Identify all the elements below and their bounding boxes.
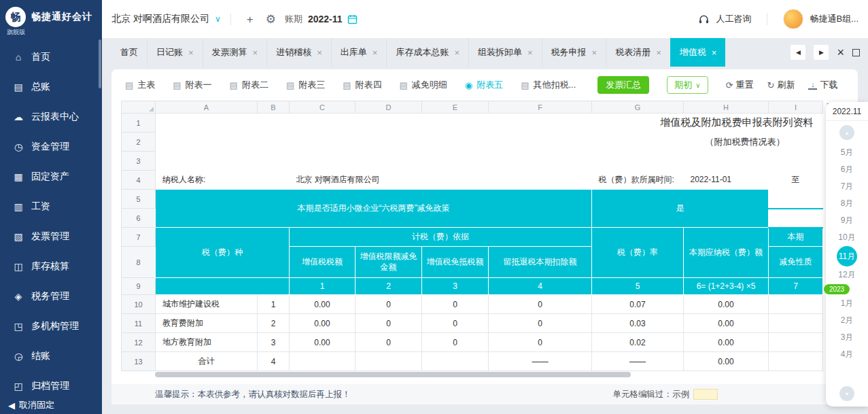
close-tab-icon[interactable]: × [188,48,194,57]
company-selector[interactable]: 北京 对啊酒店有限公司 [111,13,209,25]
col-header-c[interactable]: C [290,101,355,114]
cell-tax-name[interactable]: 城市维护建设税 [156,295,258,314]
row-number[interactable]: 3 [122,152,156,171]
month-item-may[interactable]: 5月 [841,144,854,161]
refresh-button[interactable]: ↻ 刷新 [767,79,795,91]
subtab-schedule-3[interactable]: ▤ 附表三 [286,79,325,91]
horizontal-scrollbar[interactable] [155,372,631,377]
row-number[interactable]: 12 [122,333,156,352]
subtab-main-table[interactable]: ▤ 主表 [125,79,155,91]
close-tab-icon[interactable]: × [656,48,661,57]
cell[interactable] [769,295,823,314]
row-number[interactable]: 10 [122,295,156,314]
scroll-down-icon[interactable]: ▼ [839,386,854,401]
subtab-schedule-5-active[interactable]: ◉ 附表五 [465,79,503,91]
month-item-november-active[interactable]: 11月 [837,246,857,266]
sidebar-item-home[interactable]: ⌂ 首页 [0,42,102,72]
tab-outbound-order[interactable]: 出库单 × [331,38,387,67]
download-button[interactable]: ↓ 下载 [808,79,837,91]
row-number[interactable]: 1 [122,114,156,133]
cell[interactable]: 0.00 [684,352,769,371]
month-item-july[interactable]: 7月 [841,178,854,195]
col-header-a[interactable]: A [156,101,258,114]
cell-tax-name[interactable]: 地方教育附加 [156,333,258,352]
fullscreen-icon[interactable] [852,49,860,56]
month-item-august[interactable]: 8月 [841,195,854,212]
cell[interactable] [769,333,823,352]
sidebar-scrollbar[interactable] [99,39,101,88]
cell[interactable]: 3 [258,333,290,352]
subtab-schedule-1[interactable]: ▤ 附表一 [173,79,211,91]
sheet-subtitle[interactable]: （附加税费情况表） [156,133,823,152]
row-number[interactable]: 8 [122,247,156,278]
cell[interactable] [769,352,823,371]
col-header-h[interactable]: H [684,101,769,114]
tab-assembly-order[interactable]: 组装拆卸单 × [468,38,542,67]
scroll-tabs-left-button[interactable]: ◀ [791,45,805,60]
sidebar-item-archive[interactable]: ◰ 归档管理 [0,371,102,401]
sidebar-item-invoice[interactable]: ▧ 发票管理 [0,222,102,252]
sidebar-item-cloud-reports[interactable]: ☁ 云报表中心 [0,102,102,132]
cell[interactable]: 0 [355,314,422,333]
cell[interactable] [769,209,823,228]
close-tab-icon[interactable]: × [454,48,459,57]
sidebar-item-funds[interactable]: ◷ 资金管理 [0,132,102,162]
close-tab-icon[interactable]: × [372,48,378,57]
cell[interactable]: 1 [258,295,290,314]
month-item-february[interactable]: 2月 [841,312,854,329]
year-badge[interactable]: 2023 [824,284,850,294]
cell[interactable] [156,152,823,171]
select-all-corner[interactable] [122,101,156,114]
row-number[interactable]: 4 [122,171,156,190]
cell[interactable] [489,171,592,190]
month-item-october[interactable]: 10月 [838,229,855,246]
row-number[interactable]: 7 [122,228,156,247]
headset-icon[interactable] [698,14,710,25]
cell[interactable] [769,190,823,209]
cell[interactable]: 0.00 [290,295,355,314]
cell[interactable]: 0.07 [592,295,684,314]
unpin-sidebar-button[interactable]: ◀ 取消固定 [8,399,54,411]
cell[interactable]: 4 [258,352,290,371]
tax-period-label-cell[interactable]: 税（费）款所属时间: [592,171,684,190]
tab-vat-active[interactable]: 增值税 × [670,38,726,67]
close-tab-icon[interactable]: × [317,48,322,57]
avatar[interactable] [783,9,803,29]
cell[interactable]: 2 [258,314,290,333]
sidebar-item-fixed-assets[interactable]: ▦ 固定资产 [0,162,102,192]
cell[interactable]: 0.00 [684,314,769,333]
tax-period-start-cell[interactable]: 2022-11-01 [684,171,769,190]
cell[interactable]: —— [489,352,592,371]
cell[interactable]: 0 [422,295,489,314]
month-item-december[interactable]: 12月 [838,266,855,283]
cell[interactable]: 0.02 [592,333,684,352]
policy-question-cell[interactable]: 本期是否适用小微企业“六税两费”减免政策 [156,190,592,228]
month-item-september[interactable]: 9月 [841,212,854,229]
user-menu[interactable]: 畅捷通B组... [810,13,858,25]
close-tab-icon[interactable]: × [253,48,258,57]
scroll-up-icon[interactable]: ▲ [839,125,854,140]
row-number[interactable]: 13 [122,352,156,371]
cell[interactable]: 0.00 [684,333,769,352]
reset-button[interactable]: ⟳ 重置 [726,79,754,91]
tax-period-to-cell[interactable]: 至 [769,171,823,190]
cell[interactable]: 0 [355,333,422,352]
cell[interactable] [290,352,355,371]
policy-answer-cell[interactable]: 是 [592,190,769,228]
cell[interactable]: 0 [489,333,592,352]
tab-tax-register[interactable]: 税表清册 × [606,38,670,67]
taxpayer-value-cell[interactable]: 北京 对啊酒店有限公司 [290,171,489,190]
row-number[interactable]: 2 [122,133,156,152]
period-value[interactable]: 2022-11 [308,14,343,24]
tab-invoice-calc[interactable]: 发票测算 × [203,38,267,67]
cell[interactable]: 0 [489,295,592,314]
sidebar-item-salary[interactable]: ▥ 工资 [0,192,102,222]
month-item-january[interactable]: 1月 [841,295,854,312]
sheet-title[interactable]: 增值税及附加税费申报表附列资料 [156,114,823,133]
sidebar-item-inventory[interactable]: ◫ 库存核算 [0,252,102,281]
chevron-down-icon[interactable]: ∨ [215,14,221,24]
cell[interactable] [355,352,422,371]
cell[interactable]: —— [592,352,684,371]
sidebar-item-general-ledger[interactable]: ▤ 总账 [0,72,102,102]
sidebar-item-tax[interactable]: ◈ 税务管理 [0,281,102,311]
